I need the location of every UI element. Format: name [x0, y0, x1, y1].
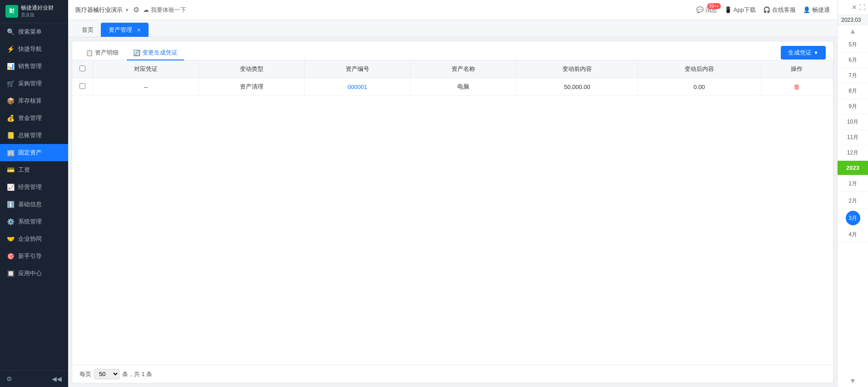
tab-close-icon[interactable]: ✕: [137, 27, 141, 33]
row-after-content: 0.00: [638, 78, 760, 96]
messages-button[interactable]: 💬 消息 99++: [696, 6, 717, 14]
quick-nav-icon: ⚡: [6, 45, 15, 53]
user-menu[interactable]: 👤 畅捷通: [803, 6, 830, 14]
sidebar-footer: ⚙ ◀◀: [0, 370, 68, 387]
system-icon: ⚙️: [6, 218, 15, 225]
sales-icon: 📊: [6, 63, 15, 70]
sidebar-item-quick-nav[interactable]: ⚡快捷导航: [0, 40, 68, 58]
asset-mgmt-tab[interactable]: 资产管理 ✕: [101, 23, 149, 37]
generate-btn-arrow-icon: ▼: [813, 50, 818, 55]
phone-icon: 📱: [724, 6, 732, 13]
sidebar-item-ledger[interactable]: 📒总账管理: [0, 127, 68, 144]
settings-icon[interactable]: ⚙: [6, 375, 12, 382]
sidebar-item-management[interactable]: 📈经营管理: [0, 179, 68, 196]
sidebar-item-payroll[interactable]: 💳工资: [0, 161, 68, 179]
sidebar-item-finance[interactable]: 💰资金管理: [0, 109, 68, 127]
change-voucher-icon: 🔄: [133, 50, 140, 56]
row-voucher: --: [93, 78, 199, 96]
right-panel-expand-icon[interactable]: ⛶: [859, 4, 865, 11]
sidebar-label-management: 经营管理: [18, 183, 42, 191]
calendar-month-item[interactable]: 1月: [838, 176, 868, 192]
sidebar: 财 畅捷通好业财 普及版 🔍搜索菜单⚡快捷导航📊销售管理🛒采购管理📦库存核算💰资…: [0, 0, 68, 387]
delete-icon[interactable]: 🗑: [794, 83, 800, 90]
sidebar-item-purchase[interactable]: 🛒采购管理: [0, 75, 68, 92]
sidebar-item-search[interactable]: 🔍搜索菜单: [0, 23, 68, 40]
sidebar-item-inventory[interactable]: 📦库存核算: [0, 92, 68, 109]
sub-tab-asset-detail[interactable]: 📋 资产明细: [79, 46, 125, 60]
calendar-month-item[interactable]: 7月: [838, 68, 868, 84]
settings-gear-icon[interactable]: ⚙: [133, 5, 139, 14]
calendar-scroll: 5月6月7月8月9月10月11月12月20231月2月3月4月: [838, 37, 868, 375]
calendar-month-item[interactable]: 4月: [838, 227, 868, 243]
calendar-active-month[interactable]: 3月: [846, 211, 860, 225]
sidebar-item-enterprise[interactable]: 🤝企业协同: [0, 230, 68, 248]
total-label: 条，共 1 条: [122, 370, 152, 378]
sub-tab-asset-detail-label: 资产明细: [95, 49, 119, 57]
calendar-month-item[interactable]: 12月: [838, 145, 868, 161]
company-name: 医疗器械行业演示: [75, 6, 123, 14]
right-panel-close-icon[interactable]: ✕: [852, 4, 857, 11]
asset-mgmt-tab-label: 资产管理: [109, 26, 132, 33]
calendar-month-item[interactable]: 8月: [838, 84, 868, 99]
sidebar-label-finance: 资金管理: [18, 114, 42, 122]
messages-badge: 99++: [707, 3, 721, 9]
sub-tab-change-voucher-label: 变更生成凭证: [142, 49, 178, 57]
sidebar-label-basic-info: 基础信息: [18, 200, 42, 208]
header-asset-code: 资产编号: [304, 60, 410, 78]
sidebar-item-system[interactable]: ⚙️系统管理: [0, 213, 68, 230]
row-checkbox-0[interactable]: [79, 83, 85, 89]
asset-table: 对应凭证 变动类型 资产编号 资产名称 变动前内容 变动后内容 操作 -- 资产…: [72, 60, 833, 96]
main-area: 医疗器械行业演示 ▼ ⚙ ☁ 我要体验一下 💬 消息 99++ 📱 App下载 …: [68, 0, 837, 387]
generate-voucher-label: 生成凭证: [788, 49, 812, 57]
sidebar-label-sales: 销售管理: [18, 62, 42, 70]
user-avatar-icon: 👤: [803, 6, 810, 13]
pagination: 每页 10 20 50 100 条，共 1 条: [72, 365, 833, 383]
asset-detail-icon: 📋: [86, 50, 93, 56]
sidebar-label-enterprise: 企业协同: [18, 235, 42, 243]
sidebar-item-guide[interactable]: 🎯新手引导: [0, 248, 68, 265]
calendar-down-icon[interactable]: ▼: [838, 375, 868, 387]
calendar-month-item[interactable]: 5月: [838, 37, 868, 53]
home-tab-label: 首页: [82, 26, 94, 33]
calendar-up-icon[interactable]: ▲: [838, 25, 868, 37]
sidebar-label-fixed-assets: 固定资产: [18, 149, 42, 157]
sidebar-item-basic-info[interactable]: ℹ️基础信息: [0, 196, 68, 213]
calendar-month-item[interactable]: 9月: [838, 99, 868, 114]
sidebar-item-sales[interactable]: 📊销售管理: [0, 58, 68, 75]
row-asset-name: 电脑: [410, 78, 516, 96]
experience-label: 我要体验一下: [151, 6, 186, 14]
page-tabs: 首页 资产管理 ✕: [68, 20, 837, 37]
calendar-year-marker[interactable]: 2023: [838, 161, 868, 175]
calendar-month-item[interactable]: 11月: [838, 130, 868, 145]
ledger-icon: 📒: [6, 132, 15, 139]
calendar-month-item[interactable]: 10月: [838, 114, 868, 130]
sidebar-label-quick-nav: 快捷导航: [18, 45, 42, 53]
collapse-icon[interactable]: ◀◀: [52, 375, 62, 382]
inventory-icon: 📦: [6, 97, 15, 104]
sub-tab-change-voucher[interactable]: 🔄 变更生成凭证: [127, 46, 184, 60]
calendar-month-item[interactable]: 6月: [838, 53, 868, 68]
right-panel-header: ✕ ⛶: [838, 0, 868, 15]
customer-service-label: 在线客服: [772, 6, 796, 14]
per-page-select[interactable]: 10 20 50 100: [94, 369, 119, 379]
calendar-month-item[interactable]: 2月: [838, 194, 868, 209]
sidebar-item-apps[interactable]: 🔲应用中心: [0, 265, 68, 282]
header-asset-name: 资产名称: [410, 60, 516, 78]
select-all-checkbox[interactable]: [79, 65, 85, 71]
home-tab[interactable]: 首页: [75, 23, 100, 37]
header-checkbox-cell: [72, 60, 93, 78]
experience-button[interactable]: ☁ 我要体验一下: [143, 6, 186, 14]
header-action: 操作: [760, 60, 833, 78]
calendar-year-label: 2023.03: [838, 15, 868, 25]
table-row: -- 资产清理 000001 电脑 50,000.00 0.00 🗑: [72, 78, 833, 96]
customer-service-button[interactable]: 🎧 在线客服: [763, 6, 796, 14]
app-download-button[interactable]: 📱 App下载: [724, 6, 756, 14]
company-selector[interactable]: 医疗器械行业演示 ▼: [75, 6, 129, 14]
payroll-icon: 💳: [6, 166, 15, 174]
sidebar-item-fixed-assets[interactable]: 🏢固定资产: [0, 144, 68, 161]
message-icon: 💬: [696, 6, 704, 13]
generate-voucher-button[interactable]: 生成凭证 ▼: [781, 46, 826, 60]
header-left: 医疗器械行业演示 ▼ ⚙ ☁ 我要体验一下: [75, 5, 186, 14]
sidebar-label-guide: 新手引导: [18, 252, 42, 260]
cloud-icon: ☁: [143, 6, 149, 13]
